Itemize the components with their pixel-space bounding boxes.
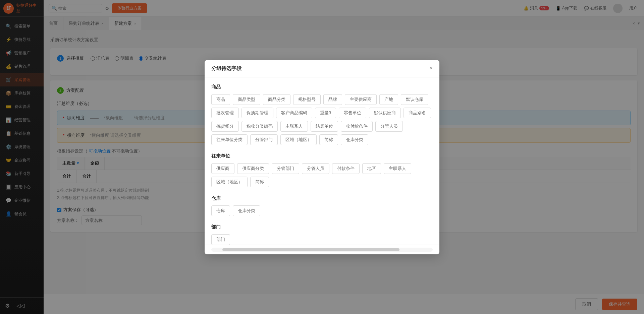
horizontal-scrollbar[interactable]: [211, 248, 433, 252]
modal-title: 分组待选字段: [211, 65, 241, 72]
modal-close-button[interactable]: ×: [430, 65, 433, 71]
warehouse-title: 仓库: [211, 195, 433, 201]
field-tag-batch[interactable]: 批次管理: [211, 108, 239, 118]
field-tag-supervisor-partner[interactable]: 分管人员: [302, 163, 329, 174]
field-tag-brand[interactable]: 品牌: [323, 94, 342, 105]
field-tag-region-goods[interactable]: 区域（地区）: [280, 134, 317, 145]
field-tag-department[interactable]: 部门: [211, 234, 230, 245]
field-tag-settlement-unit[interactable]: 结算单位: [311, 121, 338, 132]
field-tag-region2[interactable]: 区域（地区）: [211, 177, 248, 187]
field-tag-payment-terms[interactable]: 收付款条件: [341, 121, 373, 132]
modal-body[interactable]: 商品 商品 商品类型 商品分类 规格型号 品牌 主要供应商 产地 默认仓库 批次…: [205, 77, 439, 245]
field-tag-payment-condition[interactable]: 付款条件: [332, 163, 360, 174]
field-tag-supplier-category[interactable]: 供应商分类: [237, 163, 269, 174]
field-select-modal: 分组待选字段 × 商品 商品 商品类型 商品分类 规格型号 品牌 主要供应商 产…: [205, 60, 439, 254]
field-tag-region-partner[interactable]: 地区: [362, 163, 381, 174]
field-tag-supervisor-dept[interactable]: 分管部门: [250, 134, 278, 145]
field-tag-pick-score[interactable]: 拣货积分: [211, 121, 239, 132]
field-tag-goods-type[interactable]: 商品类型: [233, 94, 260, 105]
field-tag-alias[interactable]: 商品别名: [404, 108, 431, 118]
field-tag-goods-category[interactable]: 商品分类: [263, 94, 290, 105]
field-tag-customer-code[interactable]: 客户商品编码: [276, 108, 312, 118]
field-tag-warehouse-category[interactable]: 仓库分类: [341, 134, 368, 145]
field-tag-main-contact[interactable]: 主联系人: [280, 121, 308, 132]
partner-title: 往来单位: [211, 153, 433, 159]
field-tag-origin[interactable]: 产地: [379, 94, 398, 105]
field-tag-short-name-goods[interactable]: 简称: [319, 134, 338, 145]
field-tag-dept[interactable]: 分管部门: [272, 163, 299, 174]
field-tag-warehouse-cat[interactable]: 仓库分类: [233, 205, 260, 216]
field-tag-supplier[interactable]: 供应商: [211, 163, 234, 174]
goods-title: 商品: [211, 84, 433, 90]
horizontal-scroll-thumb: [222, 248, 399, 251]
field-group-department: 部门 部门: [211, 224, 433, 245]
field-tag-shelf-life[interactable]: 保质期管理: [241, 108, 273, 118]
field-tag-main-contact-partner[interactable]: 主联系人: [384, 163, 411, 174]
field-group-warehouse: 仓库 仓库 仓库分类: [211, 195, 433, 216]
field-tag-default-warehouse[interactable]: 默认仓库: [401, 94, 428, 105]
field-tag-default-supplier[interactable]: 默认供应商: [369, 108, 401, 118]
field-tag-supervisor[interactable]: 分管人员: [375, 121, 403, 132]
field-tag-goods[interactable]: 商品: [211, 94, 230, 105]
field-tag-spec[interactable]: 规格型号: [293, 94, 321, 105]
partner-field-tags: 供应商 供应商分类 分管部门 分管人员 付款条件 地区 主联系人 区域（地区） …: [211, 163, 433, 187]
field-tag-short-name-partner[interactable]: 简称: [250, 177, 269, 187]
department-title: 部门: [211, 224, 433, 230]
field-tag-weight[interactable]: 重量3: [315, 108, 336, 118]
field-tag-tax-code[interactable]: 税收分类编码: [241, 121, 278, 132]
department-field-tags: 部门: [211, 234, 433, 245]
field-tag-main-supplier[interactable]: 主要供应商: [345, 94, 377, 105]
warehouse-field-tags: 仓库 仓库分类: [211, 205, 433, 216]
modal-scrollbar-container: [205, 245, 439, 254]
field-group-partner: 往来单位 供应商 供应商分类 分管部门 分管人员 付款条件 地区 主联系人 区域…: [211, 153, 433, 187]
field-tag-warehouse[interactable]: 仓库: [211, 205, 230, 216]
goods-field-tags: 商品 商品类型 商品分类 规格型号 品牌 主要供应商 产地 默认仓库 批次管理 …: [211, 94, 433, 145]
modal-header: 分组待选字段 ×: [205, 60, 439, 77]
field-tag-partner-category[interactable]: 往来单位分类: [211, 134, 248, 145]
field-tag-retail-unit[interactable]: 零售单位: [339, 108, 366, 118]
field-group-goods: 商品 商品 商品类型 商品分类 规格型号 品牌 主要供应商 产地 默认仓库 批次…: [211, 84, 433, 145]
